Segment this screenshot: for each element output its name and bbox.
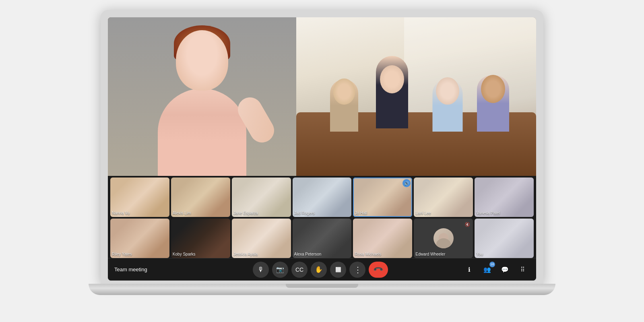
participant-name: Riley Yates: [112, 252, 132, 256]
thumbnail-jad-rogers[interactable]: Jad Rogers: [293, 178, 352, 217]
thumbnail-row-2: Riley Yates Koby Sparks Jessica Ayala Al…: [110, 219, 534, 258]
more-options-button[interactable]: ⋮: [349, 262, 365, 278]
participant-name: Vanesa Patel: [476, 211, 500, 215]
controls-center: 🎙 📷 CC ✋ ⬜ ⋮: [179, 262, 462, 278]
camera-button[interactable]: 📷: [272, 262, 288, 278]
people-icon: 👥: [483, 266, 491, 273]
info-icon: ℹ: [468, 266, 471, 273]
participant-name: Lani Lee: [415, 211, 431, 215]
group-video: [296, 17, 536, 176]
laptop-base: [89, 284, 555, 295]
thumbnail-lani-lee[interactable]: Lani Lee: [414, 178, 473, 217]
thumbnail-grid: Nanna Vu Alexis Lim Jane Esparza Jad Rog…: [108, 176, 536, 258]
mute-icon: 🔇: [463, 220, 471, 228]
thumbnail-alexis-lim[interactable]: Alexis Lim: [171, 178, 230, 217]
meet-app: Nanna Vu Alexis Lim Jane Esparza Jad Rog…: [108, 17, 536, 281]
end-call-button[interactable]: 📞: [369, 262, 388, 278]
chat-button[interactable]: 💬: [497, 262, 512, 277]
present-icon: ⬜: [335, 267, 341, 272]
more-icon: ⋮: [354, 265, 361, 275]
activities-button[interactable]: ⠿: [515, 262, 530, 277]
hand-icon: ✋: [315, 266, 323, 273]
people-button[interactable]: 👥 16: [480, 262, 494, 277]
end-call-icon: 📞: [373, 264, 384, 275]
participant-name: Alexa Peterson: [294, 252, 322, 256]
participant-name: Rosa Michaels: [355, 252, 381, 256]
camera-icon: 📷: [276, 266, 284, 273]
raise-hand-button[interactable]: ✋: [311, 262, 327, 278]
speaker-icon: 🔊: [402, 179, 411, 187]
thumbnail-riley-yates[interactable]: Riley Yates: [110, 219, 169, 258]
main-video-area: [108, 17, 536, 176]
control-bar: Team meeting 🎙 📷 CC ✋ ⬜: [108, 258, 536, 281]
thumbnail-row-1: Nanna Vu Alexis Lim Jane Esparza Jad Rog…: [110, 178, 534, 217]
thumbnail-you[interactable]: You: [475, 219, 534, 258]
captions-icon: CC: [295, 266, 303, 273]
people-count: 16: [489, 262, 495, 267]
mic-button[interactable]: 🎙: [253, 262, 269, 278]
participant-name: Jessica Ayala: [233, 252, 258, 256]
controls-right: ℹ 👥 16 💬 ⠿: [462, 262, 530, 277]
chat-icon: 💬: [501, 266, 509, 273]
participant-name: Jad Rogers: [294, 211, 315, 215]
speaker-video: [108, 17, 296, 176]
thumbnail-alexa-peterson[interactable]: Alexa Peterson: [293, 219, 352, 258]
thumbnail-jane-esparza[interactable]: Jane Esparza: [232, 178, 291, 217]
thumbnail-jessica-ayala[interactable]: Jessica Ayala: [232, 219, 291, 258]
participant-name: Jane Esparza: [233, 211, 258, 215]
participant-name: Jo Hall: [355, 211, 367, 215]
group-video-feed: [296, 17, 536, 176]
participant-name: Alexis Lim: [173, 211, 191, 215]
thumbnail-jo-hall[interactable]: 🔊 Jo Hall: [353, 178, 412, 217]
participant-name: You: [476, 252, 483, 256]
present-button[interactable]: ⬜: [330, 262, 346, 278]
meeting-info-button[interactable]: ℹ: [462, 262, 477, 277]
thumbnail-nanna-vu[interactable]: Nanna Vu: [110, 178, 169, 217]
laptop-device: Nanna Vu Alexis Lim Jane Esparza Jad Rog…: [89, 10, 555, 312]
activities-icon: ⠿: [520, 266, 525, 273]
participant-name: Nanna Vu: [112, 211, 130, 215]
meeting-title: Team meeting: [114, 266, 179, 272]
thumbnail-rosa-michaels[interactable]: Rosa Michaels: [353, 219, 412, 258]
thumbnail-vanesa-patel[interactable]: Vanesa Patel: [475, 178, 534, 217]
screen-bezel: Nanna Vu Alexis Lim Jane Esparza Jad Rog…: [101, 10, 543, 284]
thumbnail-edward-wheeler[interactable]: 🔇 Edward Wheeler: [414, 219, 473, 258]
participant-name: Edward Wheeler: [415, 252, 445, 256]
thumbnail-koby-sparks[interactable]: Koby Sparks: [171, 219, 230, 258]
mic-icon: 🎙: [258, 266, 264, 273]
avatar-image: [433, 228, 454, 248]
participant-name: Koby Sparks: [173, 252, 196, 256]
speaker-video-feed: [108, 17, 296, 176]
captions-button[interactable]: CC: [291, 262, 308, 278]
